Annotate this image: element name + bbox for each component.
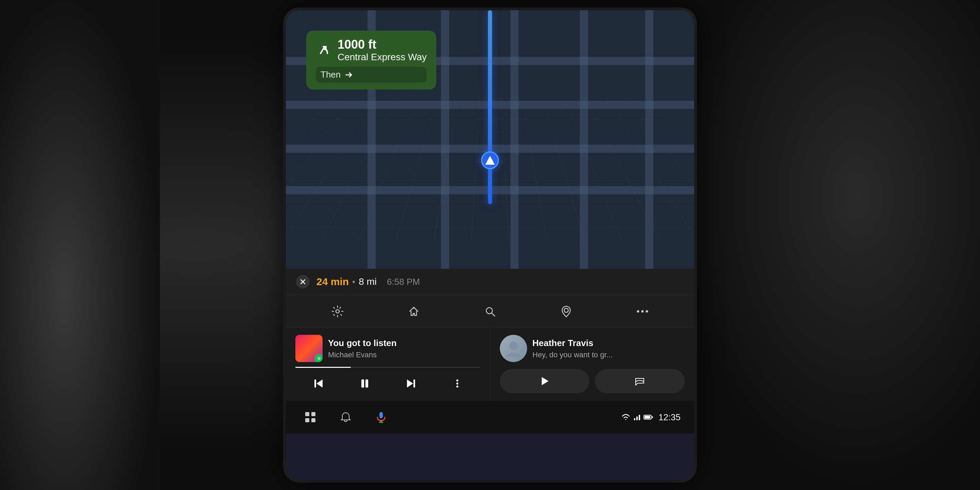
time-display: 12:35 xyxy=(659,412,681,423)
media-card[interactable]: You got to listen Michael Evans xyxy=(286,328,490,401)
svg-rect-21 xyxy=(311,412,315,416)
media-progress-bar[interactable] xyxy=(295,367,480,368)
svg-rect-32 xyxy=(644,416,650,418)
media-progress-fill xyxy=(295,367,351,368)
road-vertical-2 xyxy=(441,10,449,269)
svg-point-0 xyxy=(336,310,339,313)
battery-icon xyxy=(643,414,653,421)
svg-point-18 xyxy=(509,342,517,350)
spotify-badge xyxy=(314,354,323,362)
svg-marker-9 xyxy=(317,379,323,388)
media-artist: Michael Evans xyxy=(328,350,480,360)
road-vertical-4 xyxy=(580,10,588,269)
nav-bar-right: 12:35 xyxy=(621,412,681,423)
media-more-button[interactable] xyxy=(447,373,468,394)
svg-point-16 xyxy=(456,382,458,385)
right-interior-area xyxy=(674,0,980,490)
svg-rect-29 xyxy=(639,415,640,420)
svg-rect-12 xyxy=(366,379,368,388)
svg-rect-11 xyxy=(361,379,364,388)
svg-line-3 xyxy=(492,313,495,316)
cards-row: You got to listen Michael Evans xyxy=(286,328,694,401)
svg-point-7 xyxy=(646,310,648,313)
svg-rect-14 xyxy=(414,379,415,388)
contact-avatar xyxy=(500,335,527,362)
more-button[interactable] xyxy=(632,301,653,322)
steering-wheel-area xyxy=(0,0,160,490)
signal-icon xyxy=(633,414,641,421)
nav-instruction-card[interactable]: 1000 ft Central Express Way Then xyxy=(306,30,436,89)
svg-rect-23 xyxy=(311,418,315,422)
svg-point-17 xyxy=(456,385,458,388)
svg-rect-27 xyxy=(634,418,635,420)
position-arrow xyxy=(485,156,495,165)
map-toolbar xyxy=(286,295,694,328)
trip-eta: 24 min xyxy=(317,276,349,288)
svg-point-6 xyxy=(641,310,644,313)
avatar-image xyxy=(500,335,527,362)
microphone-button[interactable] xyxy=(370,406,392,428)
nav-distance: 1000 ft xyxy=(337,37,427,52)
svg-rect-28 xyxy=(636,417,638,420)
nav-then-row: Then xyxy=(316,67,427,83)
trip-close-button[interactable] xyxy=(296,275,310,288)
nav-bar-left xyxy=(299,406,392,428)
pause-button[interactable] xyxy=(355,373,375,394)
directions-button[interactable] xyxy=(403,301,425,322)
turn-icon xyxy=(316,42,332,58)
svg-rect-24 xyxy=(379,412,383,418)
media-info: You got to listen Michael Evans xyxy=(295,335,480,362)
notification-message: Hey, do you want to gr... xyxy=(533,350,685,360)
next-button[interactable] xyxy=(401,373,421,394)
notification-text: Heather Travis Hey, do you want to gr... xyxy=(533,338,685,360)
wifi-icon xyxy=(621,414,630,421)
trip-arrival-time: 6:58 PM xyxy=(387,277,420,287)
notification-info: Heather Travis Hey, do you want to gr... xyxy=(500,335,685,362)
svg-point-4 xyxy=(564,308,568,312)
contact-name: Heather Travis xyxy=(533,338,685,348)
album-art xyxy=(295,335,323,362)
media-song-title: You got to listen xyxy=(328,338,480,348)
media-text: You got to listen Michael Evans xyxy=(328,338,480,360)
prev-button[interactable] xyxy=(308,373,329,394)
svg-point-15 xyxy=(456,379,458,382)
notification-card[interactable]: Heather Travis Hey, do you want to gr... xyxy=(490,328,695,401)
status-icons xyxy=(621,414,653,421)
nav-route-line xyxy=(488,10,492,204)
settings-button[interactable] xyxy=(327,301,348,322)
media-controls xyxy=(295,373,480,401)
trip-distance: 8 mi xyxy=(359,276,377,287)
reply-button[interactable] xyxy=(595,369,685,393)
notification-actions xyxy=(500,369,685,393)
nav-then-label: Then xyxy=(321,69,340,80)
tablet-screen: 1000 ft Central Express Way Then 24 min … xyxy=(286,10,694,480)
svg-marker-19 xyxy=(542,377,549,385)
svg-rect-10 xyxy=(314,379,316,388)
svg-marker-13 xyxy=(407,379,413,388)
map-view[interactable]: 1000 ft Central Express Way Then xyxy=(286,10,694,269)
trip-separator: • xyxy=(352,277,355,287)
svg-rect-20 xyxy=(305,412,309,416)
trip-info-bar: 24 min • 8 mi 6:58 PM xyxy=(286,269,694,295)
svg-point-5 xyxy=(637,310,640,313)
road-vertical-5 xyxy=(645,10,653,269)
notifications-button[interactable] xyxy=(335,406,356,428)
svg-rect-22 xyxy=(305,418,309,422)
play-voicemail-button[interactable] xyxy=(500,369,590,393)
nav-street: Central Express Way xyxy=(337,52,427,63)
location-button[interactable] xyxy=(555,301,577,322)
bottom-nav-bar: 12:35 xyxy=(286,401,694,434)
road-vertical-3 xyxy=(511,10,519,269)
svg-rect-31 xyxy=(652,416,653,418)
search-button[interactable] xyxy=(479,301,501,322)
apps-button[interactable] xyxy=(299,406,321,428)
